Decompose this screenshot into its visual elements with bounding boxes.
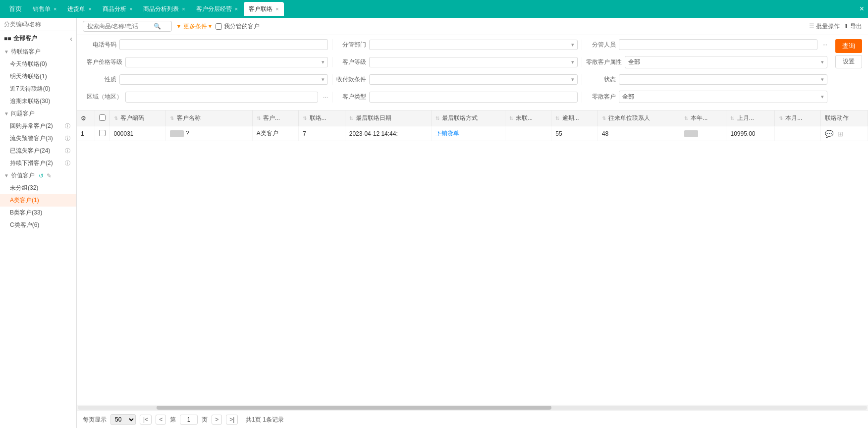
sidebar-item-class-b[interactable]: B类客户(33) [0,207,76,219]
close-tab-analysis[interactable]: × [129,6,132,12]
chevron-down-icon5: ▾ [322,76,325,83]
scrollbar-thumb[interactable] [157,406,551,410]
filter-status-select[interactable]: ▾ [619,74,827,85]
toolbar-right: ☰ 批量操作 ⬆ 导出 [809,22,862,31]
filter-region-input[interactable] [125,92,318,103]
filter-search-icon[interactable]: 🔍 [154,23,161,30]
filter-phone-input[interactable] [119,39,328,50]
filter-price-select[interactable]: ▾ [125,57,328,67]
my-customers-checkbox[interactable] [216,23,222,30]
qr-icon[interactable]: ⊞ [837,130,843,138]
prev-page-btn[interactable]: < [156,415,166,425]
sidebar-item-tomorrow-contact[interactable]: 明天待联络(1) [0,70,76,83]
chevron-down-icon8: ▾ [821,94,824,100]
filter-dept-select[interactable]: ▾ [369,40,578,50]
filter-scattered-label: 零散客户 [586,93,616,101]
sidebar-search-input[interactable] [4,21,77,28]
next-page-btn[interactable]: > [212,415,222,425]
filter-more-btn[interactable]: ▼ 更多条件 ▾ [176,22,212,31]
filter-nature: 性质 ▾ [83,74,332,85]
info-icon-already-lost[interactable]: ⓘ [65,147,70,155]
filter-phone: 电话号码 [83,39,332,50]
nav-home[interactable]: 首页 [4,4,27,13]
filter-region-dots[interactable]: ··· [323,94,328,101]
query-button[interactable]: 查询 [835,39,862,53]
contact-method-link[interactable]: 下销货单 [435,130,459,137]
filter-status-label: 状态 [586,75,616,84]
sort-icon-code: ⇅ [114,115,118,121]
edit-icon[interactable]: ✎ [47,172,52,179]
nav-tab-purchase[interactable]: 进货单 × [62,2,96,16]
filter-search-input[interactable] [87,23,152,30]
filter-payment-select[interactable]: ▾ [369,74,578,85]
row-checkbox[interactable] [99,130,106,136]
info-icon-declining[interactable]: ⓘ [65,160,70,167]
th-no-contact: ⇅ 未联... [505,110,551,126]
sidebar-item-ungrouped[interactable]: 未分组(32) [0,182,76,194]
sidebar-item-class-c[interactable]: C类客户(6) [0,219,76,231]
last-page-btn[interactable]: >| [226,415,238,425]
filter-price-level: 客户价格等级 ▾ [83,57,332,67]
nav-tab-customer-contact[interactable]: 客户联络 × [244,2,283,16]
filter-nature-select[interactable]: ▾ [119,74,328,85]
filter-scattered-select[interactable]: 全部 ▾ [619,91,827,103]
sort-icon-name: ⇅ [170,115,174,121]
filter-status: 状态 ▾ [582,74,831,85]
first-page-btn[interactable]: |< [140,415,152,425]
settings-button[interactable]: 设置 [835,55,862,68]
nav-tab-customer-segment[interactable]: 客户分层经营 × [191,2,243,16]
sidebar-item-class-a[interactable]: A类客户(1) [0,194,76,207]
select-all-checkbox[interactable] [99,114,106,121]
th-last-method: ⇅ 最后联络方式 [432,110,505,126]
filter-scattered-attr-select[interactable]: 全部 ▾ [625,56,827,68]
th-last-month: ⇅ 上月... [726,110,774,126]
chat-icon[interactable]: 💬 [825,130,833,138]
filter-row-3: 性质 ▾ 收付款条件 ▾ [83,74,831,85]
sidebar-item-abnormal[interactable]: 回购异常客户(2) ⓘ [0,120,76,132]
batch-operation-btn[interactable]: ☰ 批量操作 [809,22,840,31]
sidebar-search-area: 🔍 [0,18,76,31]
sidebar-item-7days-contact[interactable]: 近7天待联络(0) [0,83,76,95]
filter-cust-level-select[interactable]: ▾ [369,57,578,67]
sidebar-item-declining[interactable]: 持续下滑客户(2) ⓘ [0,157,76,169]
nav-tab-analysis-list[interactable]: 商品分析列表 × [138,2,190,16]
chevron-down-icon7: ▾ [821,76,824,83]
horizontal-scrollbar[interactable] [77,405,868,411]
filter-icon: ▼ [176,23,182,30]
filter-cust-type-input[interactable] [369,92,578,103]
sidebar-item-today-contact[interactable]: 今天待联络(0) [0,58,76,70]
page-label: 第 [170,416,176,424]
close-tab-purchase[interactable]: × [88,6,91,12]
sort-icon-cust-type: ⇅ [257,115,261,121]
window-close-button[interactable]: × [860,4,864,13]
filter-manager-dots[interactable]: ··· [822,41,827,48]
filter-actions: 查询 设置 [831,39,862,106]
page-size-select[interactable]: 50 100 [110,414,136,425]
page-input[interactable] [180,415,198,425]
sidebar-item-lost-warning[interactable]: 流失预警客户(3) ⓘ [0,132,76,145]
data-table-container: ⚙ ⇅ 客户编码 ⇅ 客户名称 [77,110,868,405]
th-action: 联络动作 [821,110,868,126]
filter-manager-input[interactable] [619,39,817,50]
export-btn[interactable]: ⬆ 导出 [844,22,862,31]
sidebar-all-customers[interactable]: ■■ 全部客户 ‹ [0,31,76,46]
scrollbar-track [78,406,867,410]
info-icon-lost-warning[interactable]: ⓘ [65,135,70,142]
sidebar-item-overdue-contact[interactable]: 逾期未联络(30) [0,95,76,107]
close-tab-customer-contact[interactable]: × [275,6,278,12]
close-tab-sales[interactable]: × [54,6,56,12]
settings-gear-icon[interactable]: ⚙ [81,115,86,122]
refresh-icon[interactable]: ↺ [39,172,44,179]
nav-tab-analysis[interactable]: 商品分析 × [98,2,137,16]
info-icon-abnormal[interactable]: ⓘ [65,122,70,130]
close-tab-customer-segment[interactable]: × [235,6,238,12]
group-value-customers[interactable]: ▼ 价值客户 ↺ ✎ [0,169,76,182]
td-cust-type: A类客户 [252,126,299,141]
sidebar-item-already-lost[interactable]: 已流失客户(24) ⓘ [0,145,76,157]
close-tab-analysis-list[interactable]: × [182,6,185,12]
group-waiting-contact[interactable]: ▼ 待联络客户 [0,46,76,58]
td-overdue-extra: 48 [597,126,680,141]
nav-tab-sales[interactable]: 销售单 × [28,2,61,16]
filter-scattered-attr-label: 零散客户属性 [586,58,622,66]
group-problem-customers[interactable]: ▼ 问题客户 [0,107,76,120]
